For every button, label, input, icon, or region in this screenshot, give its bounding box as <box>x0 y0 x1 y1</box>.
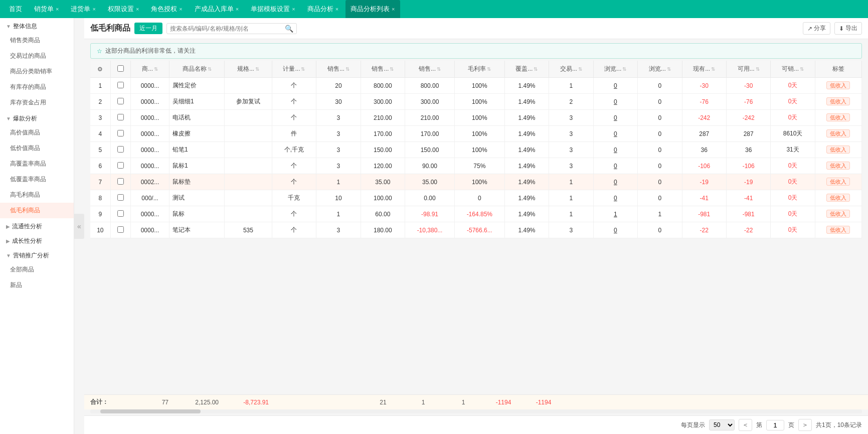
row-checkbox[interactable] <box>110 222 130 238</box>
nav-purchase-order[interactable]: 进货单 × <box>66 0 100 18</box>
nav-product-analysis[interactable]: 商品分析 × <box>302 0 343 18</box>
sidebar-item-low-value[interactable]: 低价值商品 <box>0 140 74 156</box>
sidebar-group-hot[interactable]: ▼ 爆款分析 <box>0 110 74 125</box>
row-browse1[interactable]: 0 <box>593 94 637 110</box>
sort-icon-9[interactable]: ⇅ <box>534 66 538 72</box>
search-icon[interactable]: 🔍 <box>285 25 293 33</box>
sidebar-item-in-stock[interactable]: 有库存的商品 <box>0 79 74 95</box>
sort-icon-4[interactable]: ⇅ <box>301 66 305 72</box>
row-browse1[interactable]: 1 <box>593 206 637 222</box>
row-browse1[interactable]: 0 <box>593 174 637 190</box>
row-browse1[interactable]: 0 <box>593 222 637 238</box>
sort-icon-6[interactable]: ⇅ <box>390 66 394 72</box>
row-name[interactable]: 鼠标 <box>169 206 225 222</box>
nav-analysis-list-close[interactable]: × <box>392 6 395 12</box>
row-browse1[interactable]: 0 <box>593 126 637 142</box>
prev-page-button[interactable]: ＜ <box>739 419 752 431</box>
sidebar-item-high-coverage[interactable]: 高覆盖率商品 <box>0 156 74 172</box>
sidebar-item-new-products[interactable]: 新品 <box>0 277 74 293</box>
scroll-thumb[interactable] <box>100 409 201 413</box>
sidebar-item-all-products[interactable]: 全部商品 <box>0 262 74 277</box>
sidebar-item-inventory-capital[interactable]: 库存资金占用 <box>0 95 74 110</box>
row-checkbox[interactable] <box>110 142 130 158</box>
nav-purchase-close[interactable]: × <box>92 6 95 12</box>
sort-icon-13[interactable]: ⇅ <box>711 66 715 72</box>
sort-icon-14[interactable]: ⇅ <box>756 66 760 72</box>
col-checkbox[interactable] <box>110 61 130 78</box>
row-checkbox[interactable] <box>110 158 130 174</box>
nav-role-close[interactable]: × <box>179 6 182 12</box>
row-checkbox[interactable] <box>110 206 130 222</box>
nav-product-close[interactable]: × <box>236 6 239 12</box>
sidebar-group-marketing[interactable]: ▼ 营销推广分析 <box>0 247 74 262</box>
row-browse2: 0 <box>638 78 682 94</box>
nav-template-settings[interactable]: 单据模板设置 × <box>246 0 300 18</box>
sidebar-item-low-coverage[interactable]: 低覆盖率商品 <box>0 172 74 187</box>
row-sales-amount: 150.00 <box>361 142 405 158</box>
row-checkbox[interactable] <box>110 190 130 206</box>
col-settings[interactable]: ⚙ <box>90 61 110 78</box>
sort-icon-15[interactable]: ⇅ <box>800 66 804 72</box>
row-name[interactable]: 鼠标1 <box>169 158 225 174</box>
sort-icon-8[interactable]: ⇅ <box>487 66 491 72</box>
sidebar-item-category-sales-rate[interactable]: 商品分类助销率 <box>0 64 74 79</box>
sidebar-item-high-value[interactable]: 高价值商品 <box>0 125 74 140</box>
nav-product-warehouse[interactable]: 产成品入库单 × <box>190 0 244 18</box>
row-name[interactable]: 属性定价 <box>169 78 225 94</box>
row-checkbox[interactable] <box>110 174 130 190</box>
row-checkbox[interactable] <box>110 126 130 142</box>
row-checkbox[interactable] <box>110 94 130 110</box>
row-browse1[interactable]: 0 <box>593 190 637 206</box>
nav-auth-close[interactable]: × <box>136 6 139 12</box>
nav-analysis-close[interactable]: × <box>335 6 338 12</box>
row-unit: 个 <box>272 206 316 222</box>
nav-sales-order[interactable]: 销货单 × <box>29 0 64 18</box>
row-name[interactable]: 橡皮擦 <box>169 126 225 142</box>
sidebar-item-traded-goods[interactable]: 交易过的商品 <box>0 48 74 64</box>
horizontal-scrollbar[interactable] <box>90 409 862 413</box>
row-checkbox[interactable] <box>110 78 130 94</box>
share-button[interactable]: ↗ 分享 <box>803 22 830 35</box>
date-filter-button[interactable]: 近一月 <box>134 23 162 34</box>
nav-template-close[interactable]: × <box>292 6 295 12</box>
page-size-select[interactable]: 50 100 200 <box>709 419 735 430</box>
row-browse1[interactable]: 0 <box>593 110 637 126</box>
sidebar-item-sales-category[interactable]: 销售类商品 <box>0 33 74 48</box>
sidebar-item-low-margin[interactable]: 低毛利商品 <box>0 203 74 218</box>
select-all-checkbox[interactable] <box>117 65 124 72</box>
sort-icon-2[interactable]: ⇅ <box>208 66 212 72</box>
nav-sales-order-close[interactable]: × <box>56 6 59 12</box>
row-name[interactable]: 鼠标垫 <box>169 174 225 190</box>
row-name[interactable]: 笔记本 <box>169 222 225 238</box>
sort-icon[interactable]: ⇅ <box>154 66 158 72</box>
page-number-input[interactable] <box>766 420 784 430</box>
row-checkbox[interactable] <box>110 110 130 126</box>
export-icon: ⬇ <box>839 25 844 32</box>
sort-icon-11[interactable]: ⇅ <box>622 66 626 72</box>
sort-icon-10[interactable]: ⇅ <box>578 66 582 72</box>
sort-icon-7[interactable]: ⇅ <box>437 66 441 72</box>
sidebar-group-circulation[interactable]: ▶ 流通性分析 <box>0 218 74 233</box>
row-browse1[interactable]: 0 <box>593 142 637 158</box>
row-name[interactable]: 测试 <box>169 190 225 206</box>
row-name[interactable]: 电话机 <box>169 110 225 126</box>
nav-role-auth[interactable]: 角色授权 × <box>146 0 187 18</box>
next-page-button[interactable]: ＞ <box>798 419 812 431</box>
nav-home[interactable]: 首页 <box>4 0 27 18</box>
sort-icon-12[interactable]: ⇅ <box>667 66 671 72</box>
nav-auth-settings[interactable]: 权限设置 × <box>103 0 144 18</box>
sort-icon-5[interactable]: ⇅ <box>345 66 350 72</box>
sidebar-group-overall[interactable]: ▼ 整体信息 <box>0 18 74 33</box>
row-name[interactable]: 吴细细1 <box>169 94 225 110</box>
sort-icon-3[interactable]: ⇅ <box>255 66 259 72</box>
row-tag: 低收入 <box>815 110 861 126</box>
sidebar-item-high-margin[interactable]: 高毛利商品 <box>0 187 74 203</box>
export-button[interactable]: ⬇ 导出 <box>834 22 862 35</box>
search-input[interactable] <box>170 25 285 32</box>
nav-product-analysis-list[interactable]: 商品分析列表 × <box>345 0 400 18</box>
row-browse1[interactable]: 0 <box>593 78 637 94</box>
sidebar-collapse-btn[interactable]: « <box>74 214 84 239</box>
row-name[interactable]: 铅笔1 <box>169 142 225 158</box>
row-browse1[interactable]: 0 <box>593 158 637 174</box>
sidebar-group-growth[interactable]: ▶ 成长性分析 <box>0 233 74 247</box>
